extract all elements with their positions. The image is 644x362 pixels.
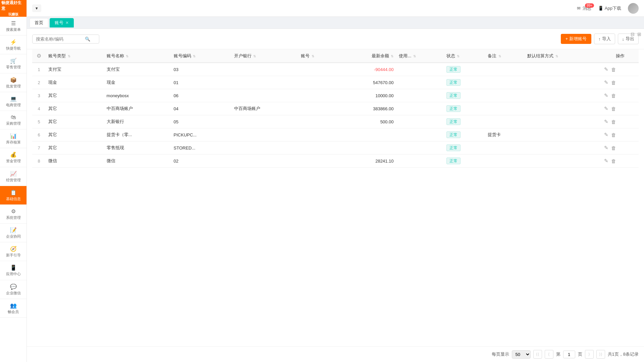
edit-icon-1[interactable]: ✎	[604, 79, 608, 85]
notification-badge: 99+	[585, 3, 594, 8]
col-bank-header[interactable]: 开户银行 ⇅	[231, 49, 299, 63]
row-usage-7	[396, 155, 443, 168]
sidebar-label-app-center: 应用中心	[6, 272, 21, 276]
edit-icon-7[interactable]: ✎	[604, 158, 608, 164]
store-selector[interactable]: ▾	[32, 4, 41, 12]
import-button[interactable]: ↑ 导入	[594, 34, 615, 44]
delete-icon-5[interactable]: 🗑	[611, 132, 616, 138]
notification-button[interactable]: ✉ 消息 99+	[577, 5, 591, 11]
export-icon: ↓	[622, 37, 625, 42]
sidebar-item-ecommerce[interactable]: 💻 电商管理	[0, 92, 26, 111]
row-account-0	[298, 63, 338, 76]
sidebar-item-finance[interactable]: 💰 资金管理	[0, 148, 26, 167]
row-num-1: 2	[32, 76, 46, 89]
delete-icon-3[interactable]: 🗑	[611, 106, 616, 112]
row-remark-0	[485, 63, 525, 76]
first-page-button[interactable]: ⟨⟨	[533, 350, 542, 359]
page-number-input[interactable]	[563, 351, 575, 358]
prev-page-button[interactable]: ⟨	[545, 350, 553, 359]
row-type-3: 其它	[46, 102, 104, 115]
sidebar-item-app-center[interactable]: 📱 应用中心	[0, 261, 26, 280]
delete-icon-4[interactable]: 🗑	[611, 119, 616, 125]
col-account-header[interactable]: 账号 ⇅	[298, 49, 338, 63]
logo-top-text: 畅捷通好生意	[1, 0, 25, 11]
sidebar-item-wechat[interactable]: 💬 企业微信	[0, 280, 26, 299]
sort-payment-icon: ⇅	[555, 54, 558, 58]
col-status-header[interactable]: 状态 ⇅	[444, 49, 485, 63]
tab-home[interactable]: 首页	[30, 18, 48, 27]
row-type-0: 支付宝	[46, 63, 104, 76]
sidebar-item-guide[interactable]: 🧭 新手引导	[0, 242, 26, 261]
edit-icon-4[interactable]: ✎	[604, 119, 608, 125]
row-num-4: 5	[32, 115, 46, 128]
last-page-button[interactable]: ⟩⟩	[596, 350, 605, 359]
row-usage-0	[396, 63, 443, 76]
tab-account[interactable]: 账号✕	[50, 18, 74, 27]
sidebar-icon-guide: 🧭	[10, 246, 17, 252]
sidebar-item-wholesale[interactable]: 📦 批发管理	[0, 73, 26, 92]
add-account-button[interactable]: + 新增账号	[561, 34, 591, 44]
delete-icon-0[interactable]: 🗑	[611, 67, 616, 72]
sidebar-label-retail: 零售管理	[6, 65, 21, 69]
row-balance-6	[338, 141, 396, 155]
col-name-header[interactable]: 账号名称 ⇅	[104, 49, 171, 63]
col-usage-header[interactable]: 使用... ⇅	[396, 49, 443, 63]
delete-icon-1[interactable]: 🗑	[611, 80, 616, 85]
tab-bar: 首页账号✕	[27, 17, 644, 29]
table-row: 4 其它 中百商场账户 04 中百商场账户 383866.00 正常 ✎ 🗑	[32, 102, 639, 115]
sidebar-item-search[interactable]: ☰ 搜索菜单	[0, 17, 26, 36]
search-input[interactable]	[36, 37, 83, 42]
sidebar-label-agreement: 企业协同	[6, 234, 21, 239]
row-code-2: 06	[171, 89, 231, 102]
col-settings[interactable]: ⚙	[32, 49, 46, 63]
edit-icon-0[interactable]: ✎	[604, 66, 608, 72]
sidebar-item-quick-nav[interactable]: ⚡ 快捷导航	[0, 36, 26, 54]
row-account-3	[298, 102, 338, 115]
settings-gear-icon[interactable]: ⚙	[37, 53, 41, 59]
row-bank-0	[231, 63, 299, 76]
row-remark-6	[485, 141, 525, 155]
sidebar-item-retail[interactable]: 🛒 零售管理	[0, 54, 26, 73]
sort-bank-icon: ⇅	[253, 54, 256, 58]
col-type-header[interactable]: 账号类型 ⇅	[46, 49, 104, 63]
tab-close-account[interactable]: ✕	[65, 20, 69, 25]
row-balance-3: 383866.00	[338, 102, 396, 115]
sort-status-icon: ⇅	[457, 54, 460, 58]
content-header: 🔍 + 新增账号 ↑ 导入 ↓ 导出	[27, 29, 644, 49]
row-remark-3	[485, 102, 525, 115]
row-actions-1: ✎ 🗑	[601, 76, 639, 89]
edit-icon-6[interactable]: ✎	[604, 145, 608, 151]
col-payment-header[interactable]: 默认结算方式 ⇅	[525, 49, 601, 63]
user-avatar[interactable]	[628, 3, 639, 14]
col-remark-header[interactable]: 备注 ⇅	[485, 49, 525, 63]
sidebar-item-system[interactable]: ⚙ 系统管理	[0, 205, 26, 224]
per-page-select[interactable]: 50 100 200	[512, 350, 531, 359]
delete-icon-6[interactable]: 🗑	[611, 145, 616, 151]
row-type-4: 其它	[46, 115, 104, 128]
sidebar-item-agreement[interactable]: 📝 企业协同	[0, 224, 26, 242]
search-box[interactable]: 🔍	[32, 35, 99, 44]
delete-icon-2[interactable]: 🗑	[611, 93, 616, 99]
maximize-icon[interactable]: ⊞	[637, 32, 641, 37]
row-code-4: 05	[171, 115, 231, 128]
sidebar-icon-wholesale: 📦	[10, 77, 17, 83]
edit-icon-5[interactable]: ✎	[604, 132, 608, 138]
search-icon: 🔍	[85, 37, 90, 42]
next-page-button[interactable]: ⟩	[585, 350, 594, 359]
edit-icon-3[interactable]: ✎	[604, 106, 608, 112]
row-name-1: 现金	[104, 76, 171, 89]
sidebar-item-basic-info[interactable]: 📋 基础信息	[0, 186, 26, 205]
delete-icon-7[interactable]: 🗑	[611, 158, 616, 164]
action-icons-2: ✎ 🗑	[604, 93, 636, 99]
app-download-button[interactable]: 📱 App下载	[598, 5, 621, 11]
sidebar-item-member[interactable]: 👥 畅会员	[0, 299, 26, 318]
col-code-header[interactable]: 账号编码 ⇅	[171, 49, 231, 63]
minimize-icon[interactable]: ⊟	[631, 32, 635, 37]
sidebar-item-purchase[interactable]: 🛍 采购管理	[0, 111, 26, 129]
sidebar-item-operations[interactable]: 📈 经营管理	[0, 167, 26, 186]
col-balance-header[interactable]: 最新余额 ⇅	[338, 49, 396, 63]
edit-icon-2[interactable]: ✎	[604, 93, 608, 99]
row-name-0: 支付宝	[104, 63, 171, 76]
sidebar-item-inventory[interactable]: 📊 库存核算	[0, 129, 26, 148]
status-badge-1: 正常	[446, 79, 461, 86]
